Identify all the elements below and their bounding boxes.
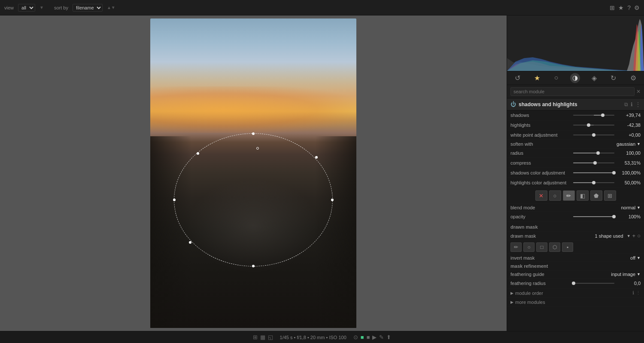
module-order-chevron: ▶	[510, 291, 513, 295]
soften-value[interactable]: gaussian ▼	[617, 141, 641, 147]
blend-circle-btn[interactable]: ○	[549, 190, 561, 201]
tab-reset[interactable]: ↻	[608, 73, 618, 83]
highlights-label: highlights	[510, 122, 571, 128]
draw-square-btn[interactable]: □	[536, 242, 547, 252]
gear-icon[interactable]: ⚙	[634, 4, 640, 11]
blend-mode-dropdown-icon: ▼	[637, 205, 641, 210]
status-text: 1/45 s • f/1,8 • 20 mm • ISO 100	[280, 335, 346, 340]
tab-settings[interactable]: ⚙	[628, 73, 638, 83]
status-square-icon[interactable]: ■	[367, 334, 370, 340]
mask-refinement-label: mask refinement	[510, 263, 641, 269]
module-order-info-icon[interactable]: ℹ	[632, 290, 634, 296]
status-location-icon[interactable]: ⊙	[353, 334, 358, 340]
compress-value: 53,31%	[617, 160, 641, 165]
feathering-radius-slider[interactable]	[573, 280, 614, 287]
mask-dropdown-icon[interactable]: ▼	[627, 234, 631, 238]
white-point-slider[interactable]	[573, 132, 614, 138]
status-overlay-icon[interactable]: ◱	[268, 334, 273, 340]
view-label: view	[4, 5, 14, 10]
shadows-color-slider[interactable]	[573, 169, 614, 176]
view-select[interactable]: all	[18, 4, 35, 12]
param-highlights: highlights -42,38	[507, 120, 644, 130]
grid-icon[interactable]: ⊞	[610, 4, 615, 11]
main-layout: ↺ ★ ○ ◑ ◈ ↻ ⚙ ✕ ⏻ shadows and highlights…	[0, 15, 644, 331]
soften-label: soften with	[510, 141, 617, 147]
status-info2-icon[interactable]: ⬆	[386, 334, 391, 340]
blend-mode-value[interactable]: normal ▼	[621, 205, 641, 210]
module-copy-icon[interactable]: ⧉	[624, 101, 628, 107]
blend-gradient-btn[interactable]: ◧	[577, 190, 589, 201]
tab-favorites[interactable]: ★	[532, 73, 542, 83]
module-order-label: module order	[515, 291, 543, 296]
mask-remove-icon[interactable]: ○	[637, 233, 641, 239]
star-icon[interactable]: ★	[618, 4, 624, 11]
mask-section-title: drawn mask	[507, 222, 644, 231]
drawn-mask-actions: 1 shape used ▼ + ○	[595, 233, 641, 239]
param-invert-mask: invert mask off ▼	[507, 254, 644, 262]
drawn-mask-row: drawn mask 1 shape used ▼ + ○	[507, 231, 644, 241]
blend-lasso-btn[interactable]: ⬟	[590, 190, 602, 201]
module-order-menu-icon[interactable]: ⋮	[636, 290, 641, 296]
param-shadows-color: shadows color adjustment 100,00%	[507, 168, 644, 178]
search-input[interactable]	[510, 87, 635, 96]
more-modules-expander[interactable]: ▶ more modules	[507, 298, 644, 307]
blend-off-btn[interactable]: ✕	[535, 190, 547, 201]
module-actions: ⧉ ℹ ⋮	[624, 101, 641, 107]
tab-tone[interactable]: ◑	[570, 73, 580, 83]
opacity-slider[interactable]	[573, 213, 614, 220]
more-modules-label: more modules	[515, 300, 545, 305]
module-menu-icon[interactable]: ⋮	[635, 101, 641, 107]
status-edit-icon[interactable]: ✎	[379, 334, 384, 340]
status-icons-right: ⊙ ■ ■ ▶ ✎ ⬆	[353, 334, 392, 340]
mask-center-point[interactable]	[256, 147, 259, 150]
status-bar: ⊞ ▦ ◱ 1/45 s • f/1,8 • 20 mm • ISO 100 ⊙…	[0, 331, 644, 343]
param-compress: compress 53,31%	[507, 158, 644, 168]
status-palette-icon[interactable]: ■	[361, 334, 364, 340]
tab-history[interactable]: ↺	[513, 73, 522, 83]
draw-pen-btn[interactable]: ✏	[510, 242, 522, 252]
module-shadows-highlights: ⏻ shadows and highlights ⧉ ℹ ⋮ shadows +…	[507, 98, 644, 307]
shadows-value: +39,74	[617, 113, 641, 118]
compress-slider[interactable]	[573, 159, 614, 166]
draw-node-btn[interactable]: ⬡	[549, 242, 560, 252]
draw-circle-btn[interactable]: ○	[523, 242, 535, 252]
param-mask-refinement: mask refinement	[507, 262, 644, 270]
compress-label: compress	[510, 160, 571, 165]
blend-mode-label: blend mode	[510, 205, 621, 210]
invert-mask-label: invert mask	[510, 255, 630, 260]
status-play-icon[interactable]: ▶	[372, 334, 377, 340]
draw-fill-btn[interactable]: ▪	[562, 242, 573, 252]
param-radius: radius 100,00	[507, 148, 644, 158]
param-blend-mode: blend mode normal ▼	[507, 204, 644, 212]
status-grid-icon[interactable]: ⊞	[253, 334, 258, 340]
search-bar: ✕	[507, 85, 644, 98]
white-point-label: white point adjustment	[510, 132, 571, 138]
param-shadows: shadows +39,74	[507, 110, 644, 120]
shadows-label: shadows	[510, 113, 571, 118]
top-toolbar: view all ▼ sort by filename ▲▼ ⊞ ★ ? ⚙	[0, 0, 644, 15]
module-header[interactable]: ⏻ shadows and highlights ⧉ ℹ ⋮	[507, 98, 644, 110]
photo-container	[150, 18, 356, 328]
highlights-color-slider[interactable]	[573, 179, 614, 186]
blend-brush-btn[interactable]: ✏	[563, 190, 575, 201]
shadows-color-value: 100,00%	[617, 170, 641, 175]
feathering-guide-value[interactable]: input image ▼	[611, 272, 641, 277]
search-clear-icon[interactable]: ✕	[636, 89, 641, 95]
tab-color[interactable]: ◈	[589, 73, 599, 83]
canvas-area[interactable]	[0, 15, 507, 331]
mask-add-icon[interactable]: +	[632, 233, 636, 239]
param-soften: soften with gaussian ▼	[507, 140, 644, 148]
module-info-icon[interactable]: ℹ	[631, 101, 633, 107]
tab-basic[interactable]: ○	[552, 73, 561, 83]
status-icons-left: ⊞ ▦ ◱	[253, 334, 273, 340]
help-icon[interactable]: ?	[627, 4, 631, 11]
status-histogram-icon[interactable]: ▦	[260, 334, 265, 340]
histogram	[507, 15, 644, 71]
highlights-slider[interactable]	[573, 122, 614, 129]
shadows-slider[interactable]	[573, 112, 614, 119]
sort-select[interactable]: filename	[73, 4, 103, 12]
radius-slider[interactable]	[573, 150, 614, 156]
module-order-expander[interactable]: ▶ module order ℹ ⋮	[507, 288, 644, 298]
blend-grid-btn[interactable]: ⊞	[604, 190, 616, 201]
invert-mask-value[interactable]: off ▼	[630, 255, 641, 260]
